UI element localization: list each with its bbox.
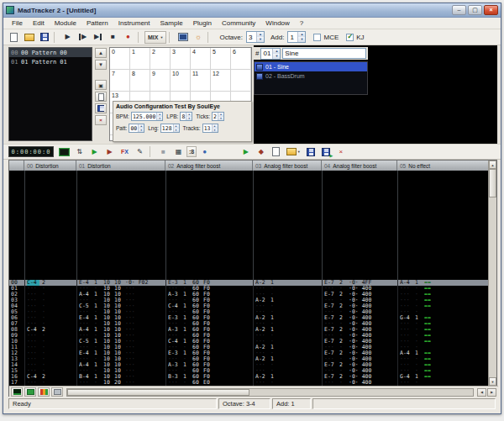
scroll-right-button[interactable]: ▶ (487, 388, 496, 397)
pattern-cell[interactable]: ····60F0 (165, 368, 253, 374)
pattern-cell[interactable]: ····== (397, 286, 490, 292)
pattern-cell[interactable]: ···· (24, 345, 76, 350)
menu-item-edit[interactable]: Edit (28, 19, 50, 27)
pattern-grid-cell-1[interactable]: 1 (130, 48, 150, 70)
pattern-cell[interactable]: A-21 (253, 327, 322, 333)
pattern-cell[interactable]: ····60F0 (165, 356, 253, 362)
pattern-grid-cell-5[interactable]: 5 (211, 48, 231, 70)
pattern-cell[interactable]: B-411010··· (76, 374, 165, 380)
pattern-cell[interactable]: ····1010··· (76, 286, 165, 292)
pattern-cell[interactable]: ····60F0 (165, 321, 253, 327)
pattern-row[interactable]: 03········1010·······60F0A-21·····0· 400… (9, 297, 490, 303)
pattern-cell[interactable]: ····1010··· (76, 297, 165, 303)
checkbox-box[interactable] (313, 34, 321, 41)
pattern-grid-cell-empty[interactable] (231, 70, 251, 92)
pattern-grid-cell-7[interactable]: 7 (110, 70, 130, 92)
pattern-row[interactable]: 04····C-511010···C-4160F0····E-72·0· 400… (9, 303, 490, 309)
pattern-cell[interactable]: E-72·0· 400 (322, 339, 397, 345)
spin-down-icon[interactable]: ▼ (157, 117, 162, 121)
kj-checkbox[interactable]: ✓KJ (346, 34, 364, 41)
instrument-index-spinner[interactable]: 01▲▼ (260, 48, 281, 60)
pattern-cell[interactable]: C-511010··· (76, 303, 165, 309)
instrument-item[interactable]: 02 - BassDrum (255, 71, 367, 81)
pattern-cell[interactable]: ····60F0 (165, 345, 253, 350)
pattern-cell[interactable]: ····== (397, 362, 490, 368)
new-module-button[interactable] (7, 30, 21, 44)
pattern-row[interactable]: 15········1010·······60F0·········0· 400… (9, 368, 490, 374)
pattern-cell[interactable]: A-21 (253, 356, 322, 362)
patt-spinner[interactable]: 00▲▼ (129, 124, 144, 133)
pattern-cell[interactable]: C-42 (24, 327, 76, 333)
order-list-item[interactable]: 0000 Pattern 00 (9, 48, 92, 57)
pattern-cell[interactable]: ···· (253, 350, 322, 356)
pattern-cell[interactable]: A-411010··· (76, 292, 165, 297)
pattern-cell[interactable]: ····60F0 (165, 286, 253, 292)
pattern-cell[interactable]: A-411010··· (76, 362, 165, 368)
delete-instrument-button[interactable]: × (333, 145, 348, 159)
spin-down-icon[interactable]: ▼ (139, 129, 144, 133)
menu-item-pattern[interactable]: Pattern (81, 19, 113, 27)
scopes-toggle-button[interactable] (11, 387, 23, 397)
open-instrument-button[interactable]: ▼ (284, 145, 302, 159)
pattern-cell[interactable]: ···· (24, 356, 76, 362)
pattern-cell[interactable]: A-3160F0 (165, 292, 253, 297)
pattern-cell[interactable]: ···· (24, 286, 76, 292)
record-button[interactable]: ● (121, 30, 135, 44)
bpm-spinner[interactable]: 125.000▲▼ (131, 112, 163, 121)
pattern-cell[interactable]: ·····0· 400 (322, 286, 397, 292)
spin-down-icon[interactable]: ▼ (213, 129, 218, 133)
pattern-cell[interactable]: ···· (24, 339, 76, 345)
pattern-row[interactable]: 17········1020·······60E0·········0· 400… (9, 380, 490, 386)
pattern-cell[interactable]: ····== (397, 297, 490, 303)
instrument-list[interactable]: 01 - Sine02 - BassDrum (254, 61, 368, 95)
pattern-cell[interactable]: E-3160F0 (165, 350, 253, 356)
vscroll-thumb[interactable] (489, 169, 496, 197)
pattern-cell[interactable]: ···· (253, 339, 322, 345)
keyjazz-toggle-button[interactable] (57, 145, 71, 159)
add-spinner[interactable]: 1▲▼ (287, 31, 306, 43)
pattern-cell[interactable]: ····1010··· (76, 333, 165, 339)
community-button[interactable]: ● (197, 145, 212, 159)
keyboard-toggle-button[interactable] (24, 387, 36, 397)
pattern-row[interactable]: 09········1010·······60F0·········0· 400… (9, 333, 490, 339)
close-button[interactable]: × (484, 5, 498, 15)
pattern-cell[interactable]: ···· (24, 368, 76, 374)
pattern-cell[interactable]: A-3160F0 (165, 362, 253, 368)
pattern-cell[interactable]: C-4160F0 (165, 303, 253, 309)
play-pattern-button[interactable]: ▶ (76, 30, 90, 44)
pattern-row[interactable]: 08C-42A-411010···A-3160F0A-21E-72·0· 400… (9, 327, 490, 333)
track-header-05[interactable]: 05No effect (397, 161, 490, 171)
pattern-grid-cell-0[interactable]: 0 (110, 48, 130, 70)
pattern-cell[interactable]: ···· (24, 321, 76, 327)
pattern-cell[interactable]: E-3160F0 (165, 280, 253, 286)
pattern-row[interactable]: 12····E-411010···E-3160F0····E-72·0· 400… (9, 350, 490, 356)
pattern-cell[interactable]: ···· (24, 297, 76, 303)
pattern-vscrollbar[interactable]: ▲ ▼ (488, 161, 496, 386)
octave-spinner[interactable]: 3▲▼ (246, 31, 265, 43)
track-header-00[interactable]: 00Distortion (24, 161, 76, 171)
pattern-cell[interactable]: ····== (397, 368, 490, 374)
menu-item-module[interactable]: Module (50, 19, 81, 27)
menu-item-help[interactable]: ? (295, 19, 308, 27)
spin-down-icon[interactable]: ▼ (298, 37, 305, 42)
pattern-cell[interactable]: ····== (397, 321, 490, 327)
minimize-button[interactable]: – (452, 5, 466, 15)
pattern-row[interactable]: 10····C-511010···C-4160F0····E-72·0· 400… (9, 339, 490, 345)
pattern-cell[interactable]: ···· (253, 309, 322, 315)
pattern-hscrollbar[interactable] (66, 388, 474, 397)
delete-pattern-button[interactable]: × (95, 115, 107, 125)
pattern-cell[interactable]: ···· (253, 333, 322, 339)
play-instrument-button[interactable]: ▶ (239, 145, 253, 159)
pattern-cell[interactable]: ····== (397, 327, 490, 333)
pattern-cell[interactable]: ····1010··· (76, 321, 165, 327)
new-instrument-button[interactable] (269, 145, 283, 159)
pattern-cell[interactable]: ····1010··· (76, 345, 165, 350)
instrument-item[interactable]: 01 - Sine (255, 62, 367, 71)
pattern-cell[interactable]: E-411010··· (76, 315, 165, 321)
pattern-cell[interactable]: E-411010·0· F02 (76, 280, 165, 286)
pattern-cell[interactable]: ···· (253, 368, 322, 374)
lng-spinner[interactable]: 128▲▼ (160, 124, 180, 133)
order-up-button[interactable]: ▲ (95, 48, 107, 58)
scroll-left-button[interactable]: ◀ (477, 388, 486, 397)
pattern-cell[interactable]: ···· (24, 292, 76, 297)
